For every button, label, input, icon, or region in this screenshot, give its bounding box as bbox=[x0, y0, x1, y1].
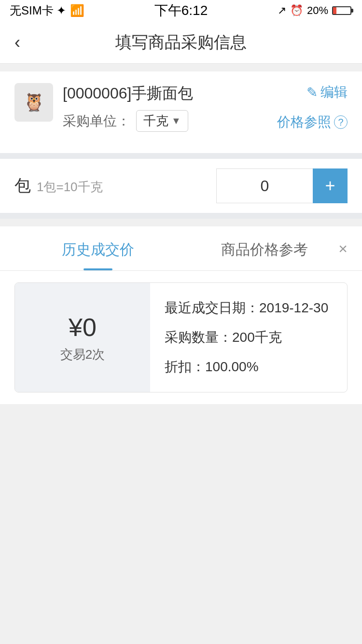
product-card: 🦉 [0000006]手撕面包 采购单位： 千克 ▼ ✎ 编辑 价格参照 bbox=[0, 71, 362, 153]
price-qty-label: 采购数量： bbox=[165, 330, 232, 345]
price-qty-value: 200千克 bbox=[232, 330, 282, 345]
tab-price-ref-label: 商品价格参考 bbox=[221, 241, 308, 257]
quantity-unit: 包 bbox=[14, 175, 31, 197]
dropdown-arrow-icon: ▼ bbox=[171, 115, 181, 126]
wifi-icon: 📶 bbox=[70, 4, 84, 17]
quantity-input[interactable] bbox=[216, 168, 313, 203]
product-name: [0000006]手撕面包 bbox=[63, 83, 193, 104]
product-thumbnail: 🦉 bbox=[14, 83, 53, 122]
price-qty-row: 采购数量：200千克 bbox=[165, 327, 333, 349]
price-date-row: 最近成交日期：2019-12-30 bbox=[165, 297, 333, 319]
status-right: ↗ ⏰ 20% bbox=[278, 4, 352, 17]
unit-selector[interactable]: 千克 ▼ bbox=[136, 110, 188, 132]
page-title: 填写商品采购信息 bbox=[115, 31, 247, 54]
quantity-label: 包 1包=10千克 bbox=[14, 175, 103, 197]
price-ref-help-icon: ? bbox=[334, 115, 348, 129]
price-discount-value: 100.00% bbox=[205, 359, 259, 374]
back-button[interactable]: ‹ bbox=[14, 32, 20, 53]
section-divider-2 bbox=[0, 213, 362, 219]
unit-row: 采购单位： 千克 ▼ bbox=[63, 110, 193, 132]
status-time: 下午6:12 bbox=[154, 1, 208, 20]
tab-close-button[interactable]: × bbox=[338, 239, 348, 257]
tabs-section: 历史成交价 商品价格参考 × ¥0 交易2次 最近成交日期：2019-12-30… bbox=[0, 226, 362, 404]
tabs-header: 历史成交价 商品价格参考 × bbox=[0, 226, 362, 271]
product-header: 🦉 [0000006]手撕面包 采购单位： 千克 ▼ ✎ 编辑 价格参照 bbox=[14, 83, 348, 132]
quantity-controls: + bbox=[216, 168, 348, 203]
tab-history-label: 历史成交价 bbox=[62, 241, 134, 257]
location-icon: ↗ bbox=[278, 4, 286, 17]
section-divider bbox=[0, 153, 362, 159]
quantity-plus-button[interactable]: + bbox=[313, 168, 348, 203]
tab-history-price[interactable]: 历史成交价 bbox=[14, 226, 181, 270]
bottom-area bbox=[0, 404, 362, 644]
price-date-label: 最近成交日期： bbox=[165, 300, 259, 315]
battery-icon bbox=[332, 6, 352, 15]
alarm-icon: ⏰ bbox=[290, 4, 303, 17]
price-ref-label: 价格参照 bbox=[277, 113, 331, 131]
nav-bar: ‹ 填写商品采购信息 bbox=[0, 21, 362, 64]
quantity-row: 包 1包=10千克 + bbox=[0, 159, 362, 213]
price-summary: ¥0 交易2次 bbox=[15, 283, 150, 392]
quantity-conversion: 1包=10千克 bbox=[37, 179, 103, 196]
edit-label: 编辑 bbox=[320, 83, 348, 101]
unit-value: 千克 bbox=[143, 112, 168, 129]
edit-button[interactable]: ✎ 编辑 bbox=[306, 83, 348, 101]
status-bar: 无SIM卡 ✦ 📶 下午6:12 ↗ ⏰ 20% bbox=[0, 0, 362, 21]
carrier-text: 无SIM卡 ✦ bbox=[10, 3, 66, 18]
price-discount-row: 折扣：100.00% bbox=[165, 356, 333, 378]
price-times: 交易2次 bbox=[60, 346, 105, 363]
tab-price-ref[interactable]: 商品价格参考 bbox=[181, 226, 348, 270]
unit-label: 采购单位： bbox=[63, 112, 130, 130]
price-discount-label: 折扣： bbox=[165, 359, 205, 374]
price-date-value: 2019-12-30 bbox=[259, 300, 328, 315]
product-icon-symbol: 🦉 bbox=[23, 92, 45, 112]
price-amount: ¥0 bbox=[69, 312, 97, 342]
status-left: 无SIM卡 ✦ 📶 bbox=[10, 3, 84, 18]
edit-icon: ✎ bbox=[306, 84, 318, 100]
product-details: [0000006]手撕面包 采购单位： 千克 ▼ bbox=[63, 83, 193, 132]
product-info: 🦉 [0000006]手撕面包 采购单位： 千克 ▼ bbox=[14, 83, 193, 132]
price-ref-button[interactable]: 价格参照 ? bbox=[277, 113, 348, 131]
price-content: ¥0 交易2次 最近成交日期：2019-12-30 采购数量：200千克 折扣：… bbox=[0, 271, 362, 404]
price-details: 最近成交日期：2019-12-30 采购数量：200千克 折扣：100.00% bbox=[150, 283, 347, 392]
battery-percent: 20% bbox=[307, 4, 328, 17]
price-card: ¥0 交易2次 最近成交日期：2019-12-30 采购数量：200千克 折扣：… bbox=[14, 282, 348, 392]
